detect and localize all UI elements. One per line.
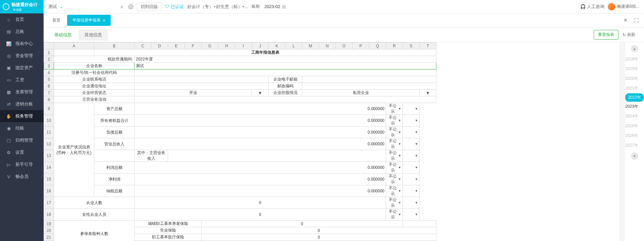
- row-header[interactable]: 10: [44, 115, 54, 127]
- row-header[interactable]: 5: [44, 76, 54, 83]
- year-item[interactable]: 2027年: [625, 141, 644, 150]
- guide-icon: ▷: [6, 162, 11, 167]
- row-header[interactable]: 11: [44, 127, 54, 138]
- sidebar-item-chart[interactable]: 📊报表中心: [0, 38, 44, 50]
- year-item[interactable]: 2018年: [625, 54, 644, 64]
- sidebar-item-label: 总账: [15, 29, 24, 35]
- verified-badge[interactable]: 🛡 已认证: [165, 4, 184, 10]
- tax-period-value: 2022年度: [135, 56, 436, 63]
- gear-icon[interactable]: [128, 4, 133, 9]
- year-item[interactable]: 2021年: [625, 84, 644, 93]
- col-header[interactable]: B: [94, 43, 135, 49]
- row-header[interactable]: 15: [44, 174, 54, 185]
- close-icon[interactable]: ×: [103, 18, 105, 23]
- row-header[interactable]: 20: [44, 227, 54, 234]
- sidebar-item-fund[interactable]: ◎资金管理: [0, 50, 44, 62]
- row-header[interactable]: 17: [44, 197, 54, 209]
- row-header[interactable]: 21: [44, 234, 54, 241]
- year-item[interactable]: 2025年: [625, 121, 644, 131]
- row-header[interactable]: 4: [44, 69, 54, 76]
- row-header[interactable]: 1: [44, 49, 54, 56]
- company-selector[interactable]: 测试 ⌄: [48, 4, 115, 10]
- col-header[interactable]: R: [386, 43, 403, 49]
- year-item[interactable]: 2020年: [625, 74, 644, 84]
- col-header[interactable]: M: [302, 43, 319, 49]
- row-header[interactable]: 8: [44, 96, 54, 103]
- sidebar-item-invoice[interactable]: ▦发票管理: [0, 86, 44, 98]
- row-header[interactable]: 19: [44, 221, 54, 227]
- row-header[interactable]: 6: [44, 83, 54, 90]
- add-button[interactable]: ＋: [119, 3, 125, 11]
- sidebar-item-archive[interactable]: ▢归档管理: [0, 134, 44, 146]
- settings-icon: ⚙: [6, 150, 11, 155]
- col-header[interactable]: A: [54, 43, 94, 49]
- row-header[interactable]: 9: [44, 103, 54, 115]
- switch-old-button[interactable]: 切到旧版: [137, 2, 162, 11]
- col-header[interactable]: S: [403, 43, 420, 49]
- row-header[interactable]: 7: [44, 90, 54, 96]
- refresh-button[interactable]: ↻ 刷新: [619, 30, 639, 39]
- year-down-button[interactable]: ▼: [631, 152, 638, 160]
- col-header[interactable]: K: [269, 43, 285, 49]
- archive-icon: ▢: [6, 138, 11, 143]
- row-header[interactable]: 16: [44, 185, 54, 197]
- col-header[interactable]: F: [185, 43, 202, 49]
- support-button[interactable]: 🎧 人工咨询: [580, 4, 604, 10]
- tab-home[interactable]: 首页: [47, 15, 66, 26]
- col-header[interactable]: I: [235, 43, 252, 49]
- period-selector[interactable]: 2023-02 ▦: [264, 4, 286, 9]
- tab-annual-report[interactable]: 年报信息申报表 ×: [67, 15, 111, 26]
- year-item[interactable]: 2024年: [625, 111, 644, 121]
- sidebar-item-salary[interactable]: ▭工资: [0, 74, 44, 86]
- subtab-basic[interactable]: 基础信息: [48, 29, 78, 41]
- reset-report-button[interactable]: 重置报表: [594, 30, 619, 40]
- col-header[interactable]: L: [285, 43, 302, 49]
- col-header[interactable]: E: [168, 43, 185, 49]
- vertical-scrollbar[interactable]: [620, 42, 625, 241]
- brand-edition: 专业版: [13, 8, 38, 12]
- col-header[interactable]: J: [252, 43, 269, 49]
- fullscreen-icon[interactable]: ⛶: [632, 18, 641, 23]
- sidebar-item-asset[interactable]: ▣固定资产: [0, 62, 44, 74]
- invoice-icon: ▦: [6, 89, 11, 95]
- sidebar-item-ledger[interactable]: ▤总账: [0, 26, 44, 38]
- company-value[interactable]: 测试: [135, 63, 436, 69]
- sidebar-item-guide[interactable]: ▷新手引导: [0, 158, 44, 171]
- year-item[interactable]: 2019年: [625, 64, 644, 74]
- spreadsheet[interactable]: ABCDEFGHIJKLMNOPQRST1工商年报信息表2税款所属期间:2022…: [44, 42, 620, 241]
- sidebar-item-inout[interactable]: ⇄进销台账: [0, 98, 44, 110]
- year-item[interactable]: 2022年: [625, 93, 644, 102]
- col-header[interactable]: D: [151, 43, 168, 49]
- row-header[interactable]: 12: [44, 138, 54, 150]
- sidebar-item-tax[interactable]: ✋税务管理: [0, 110, 44, 122]
- user-menu[interactable]: 畅捷通B组...: [608, 3, 639, 10]
- row-header[interactable]: 2: [44, 56, 54, 63]
- reg-no-value[interactable]: [135, 69, 436, 76]
- row-header[interactable]: 14: [44, 162, 54, 174]
- close-all-icon[interactable]: ×: [620, 17, 631, 24]
- sidebar-item-home[interactable]: ⌂首页: [0, 13, 44, 26]
- row-header[interactable]: 3: [44, 63, 54, 69]
- col-header[interactable]: H: [218, 43, 235, 49]
- subtab-other[interactable]: 其他信息: [78, 29, 108, 41]
- year-item[interactable]: 2026年: [625, 131, 644, 141]
- col-header[interactable]: C: [135, 43, 151, 49]
- year-up-button[interactable]: ▲: [631, 45, 638, 52]
- inout-icon: ⇄: [6, 101, 11, 107]
- sidebar-item-close[interactable]: ◉结账: [0, 122, 44, 134]
- row-header[interactable]: 13: [44, 150, 54, 162]
- headset-icon: 🎧: [580, 4, 586, 9]
- sidebar-item-settings[interactable]: ⚙设置: [0, 146, 44, 158]
- brand-logo: ↑ 畅捷通好会计 专业版: [0, 0, 44, 13]
- col-header[interactable]: G: [202, 43, 218, 49]
- sidebar-item-vip[interactable]: V畅会员: [0, 171, 44, 183]
- sidebar-item-label: 首页: [15, 16, 24, 22]
- year-item[interactable]: 2023年: [625, 102, 644, 111]
- col-header[interactable]: O: [336, 43, 353, 49]
- col-header[interactable]: P: [353, 43, 369, 49]
- col-header[interactable]: T: [420, 43, 436, 49]
- row-header[interactable]: 18: [44, 209, 54, 221]
- shield-icon: 🛡: [165, 4, 169, 9]
- col-header[interactable]: N: [319, 43, 336, 49]
- col-header[interactable]: Q: [369, 43, 386, 49]
